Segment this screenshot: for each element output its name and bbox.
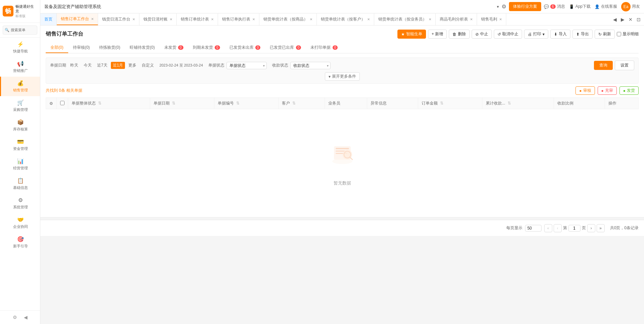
date-1month-btn[interactable]: 近1月 — [111, 62, 125, 69]
sidebar-item-quick-nav[interactable]: ⚡ 快捷导航 — [0, 38, 40, 57]
sidebar-item-system[interactable]: ⚙ 系统管理 — [0, 194, 40, 213]
sidebar-item-enterprise[interactable]: 🤝 企业协同 — [0, 213, 40, 233]
search-menu-button[interactable]: 🔍 搜索菜单 — [3, 26, 37, 35]
payment-select[interactable]: 收款状态 — [290, 62, 331, 69]
date-yesterday-btn[interactable]: 昨天 — [68, 62, 80, 69]
tab-next-button[interactable]: ▶ — [619, 16, 626, 23]
tab-sales-order-workspace[interactable]: 销售订单工作台 ✕ — [57, 13, 98, 25]
refresh-button[interactable]: ↻ 刷新 — [595, 30, 615, 39]
tab-close-all-button[interactable]: ✕ — [627, 16, 634, 23]
tab-sales-goods-close[interactable]: ✕ — [310, 17, 312, 21]
tab-home[interactable]: 首页 — [40, 13, 57, 25]
sidebar-item-finance[interactable]: 💳 资金管理 — [0, 135, 40, 155]
sidebar-item-sales[interactable]: 💰 销售管理 — [0, 77, 40, 96]
settings-footer-button[interactable]: ⚙ — [10, 313, 20, 321]
tab-cash-goods-close[interactable]: ✕ — [170, 17, 172, 21]
deliver-button[interactable]: ● 发货 — [619, 86, 639, 95]
system-dropdown[interactable]: ▾ — [497, 4, 499, 9]
th-customer[interactable]: 客户 ⇅ — [278, 98, 325, 109]
filter-tab-wangpu[interactable]: 旺铺待发货(0) — [125, 43, 160, 53]
per-page-select-wrap[interactable]: 50 10 20 100 — [525, 225, 542, 232]
add-button[interactable]: + 新增 — [428, 30, 447, 39]
delete-button[interactable]: 🗑 删除 — [449, 30, 470, 39]
horizontal-scrollbar[interactable] — [40, 217, 644, 220]
pagination-first-btn[interactable]: « — [544, 224, 552, 232]
tab-sales-exec[interactable]: 销售订单执行表 ✕ — [218, 13, 259, 25]
sidebar-search-area[interactable]: 🔍 搜索菜单 — [0, 23, 40, 38]
show-detail-checkbox-wrap[interactable]: 显示明细 — [617, 31, 639, 37]
stop-button[interactable]: ⊘ 中止 — [472, 30, 492, 39]
th-exception[interactable]: 异常信息 — [367, 98, 418, 109]
tab-sales-staff[interactable]: 销货单统计表（按业务员） ✕ — [374, 13, 436, 25]
audit-button[interactable]: ● 审核 — [575, 86, 595, 95]
online-service-action[interactable]: 👤 在线客服 — [595, 4, 617, 9]
topbar-settings-icon[interactable]: ⚙ — [502, 3, 506, 10]
th-number[interactable]: 单据编号 ⇅ — [214, 98, 278, 109]
tab-sales-stats-close[interactable]: ✕ — [211, 17, 214, 21]
tab-sales-exec-close[interactable]: ✕ — [252, 17, 255, 21]
tab-sales-stats[interactable]: 销售订单统计表 ✕ — [177, 13, 218, 25]
tab-prev-button[interactable]: ◀ — [612, 16, 618, 23]
pagination-page-input[interactable] — [568, 225, 581, 232]
query-button[interactable]: 查询 — [594, 61, 613, 70]
status-select[interactable]: 单据状态 — [226, 62, 267, 69]
tab-daily-cash[interactable]: 钱货日清工作台 ✕ — [98, 13, 139, 25]
date-7days-btn[interactable]: 近7天 — [95, 62, 110, 69]
export-button[interactable]: ⬆ 导出 — [572, 30, 593, 39]
filter-tab-all[interactable]: 全部(0) — [46, 43, 68, 53]
user-action[interactable]: Ea 用友 — [621, 2, 640, 11]
pagination-prev-btn[interactable]: ‹ — [554, 224, 562, 232]
th-staff[interactable]: 业务员 — [325, 98, 367, 109]
setting-button[interactable]: 设置 — [615, 60, 634, 70]
import-button[interactable]: ⬇ 导入 — [550, 30, 570, 39]
filter-tab-pending-review[interactable]: 待审核(0) — [68, 43, 95, 53]
filter-tab-delivered-out[interactable]: 已发货已出库 0 — [265, 43, 306, 53]
industry-plan-button[interactable]: 体验行业方案 — [509, 2, 541, 11]
filter-tab-delivered-not-out[interactable]: 已发货未出库 0 — [225, 43, 265, 53]
filter-tab-pending-check[interactable]: 待拣验货(0) — [94, 43, 125, 53]
message-action[interactable]: 💬 6 消息 — [544, 4, 565, 9]
date-custom-btn[interactable]: 自定义 — [140, 62, 156, 69]
status-select-wrap[interactable]: 单据状态 — [226, 62, 267, 69]
show-detail-checkbox[interactable] — [617, 32, 621, 36]
th-date[interactable]: 单据日期 ⇅ — [150, 98, 214, 109]
payment-select-wrap[interactable]: 收款状态 — [290, 62, 331, 69]
sidebar-item-marketing[interactable]: 📢 营销推广 — [0, 57, 40, 77]
tab-sales-customer[interactable]: 销货单统计表（按客户） ✕ — [317, 13, 374, 25]
smart-create-button[interactable]: ★ 智能生单 — [397, 30, 426, 39]
tab-sales-customer-close[interactable]: ✕ — [367, 17, 370, 21]
th-checkbox[interactable] — [57, 98, 68, 109]
select-all-checkbox[interactable] — [60, 101, 65, 105]
filter-tab-not-delivered[interactable]: 未发货 0 — [160, 43, 188, 53]
per-page-select[interactable]: 50 10 20 100 — [525, 225, 542, 232]
tab-margin-analysis[interactable]: 商品毛利分析表 ✕ — [436, 13, 477, 25]
th-amount[interactable]: 订单金额 ⇅ — [418, 98, 482, 109]
sidebar-item-guide[interactable]: 🎯 新手引导 — [0, 233, 40, 252]
reject-button[interactable]: ● 充审 — [598, 86, 617, 95]
tab-sales-staff-close[interactable]: ✕ — [429, 17, 431, 21]
filter-tab-not-printed[interactable]: 未打印单据 0 — [306, 43, 342, 53]
tab-sales-goods[interactable]: 销货单统计表（按商品） ✕ — [259, 13, 317, 25]
date-today-btn[interactable]: 今天 — [82, 62, 94, 69]
tab-cash-goods[interactable]: 钱货日清对账 ✕ — [139, 13, 177, 25]
sidebar-item-operations[interactable]: 📊 经营管理 — [0, 155, 40, 174]
print-button[interactable]: 🖨 打印 ▾ — [524, 30, 548, 39]
app-download-action[interactable]: 📱 App下载 — [569, 4, 591, 9]
th-collected[interactable]: 累计收款... ⇅ — [482, 98, 554, 109]
date-more-btn[interactable]: 更多 — [126, 62, 138, 69]
tab-margin-analysis-close[interactable]: ✕ — [470, 17, 473, 21]
sidebar-item-basic-info[interactable]: 📋 基础信息 — [0, 174, 40, 194]
sidebar-item-inventory[interactable]: 📦 库存核算 — [0, 116, 40, 135]
tab-sales-gross-close[interactable]: ✕ — [499, 17, 502, 21]
filter-tab-overdue[interactable]: 到期未发货 0 — [188, 43, 225, 53]
collapse-button[interactable]: ◀ — [21, 313, 30, 321]
th-settings[interactable]: ⚙ — [46, 98, 57, 109]
tab-sales-order-workspace-close[interactable]: ✕ — [91, 17, 94, 21]
pagination-last-btn[interactable]: » — [597, 224, 605, 232]
expand-conditions-button[interactable]: ▾ 展开更多条件 — [325, 72, 360, 81]
cancel-stop-button[interactable]: ↺ 取消中止 — [494, 30, 522, 39]
sidebar-item-purchase[interactable]: 🛒 采购管理 — [0, 96, 40, 116]
tab-daily-cash-close[interactable]: ✕ — [132, 17, 135, 21]
pagination-next-btn[interactable]: › — [587, 224, 595, 232]
th-status[interactable]: 单据整体状态 ⇅ — [68, 98, 150, 109]
